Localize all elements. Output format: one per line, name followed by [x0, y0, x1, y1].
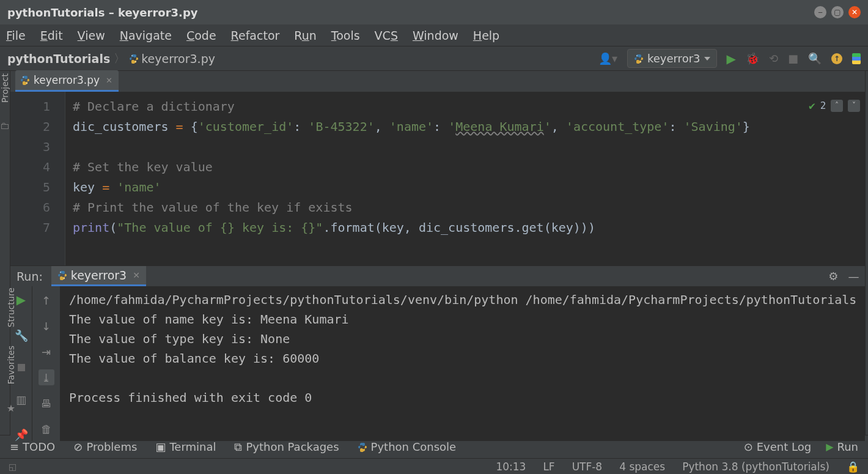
terminal-icon: ▣ [155, 440, 166, 453]
minimize-button[interactable]: ‒ [814, 6, 826, 18]
python-file-icon [20, 75, 30, 85]
menu-file[interactable]: File [6, 29, 26, 42]
run-panel: Run: keyerror3 ✕ ⚙ — ▶ 🔧 ▥ 📌 [10, 265, 865, 435]
run-config-label: keyerror3 [647, 52, 701, 65]
upgrade-icon[interactable]: ↑ [831, 53, 842, 64]
project-tool-button[interactable]: Project [0, 73, 10, 103]
debug-button[interactable]: 🐞 [746, 52, 759, 65]
run-tool-button[interactable]: ▶Run [826, 440, 858, 453]
user-icon[interactable]: 👤▾ [598, 52, 617, 65]
menu-edit[interactable]: Edit [40, 29, 63, 42]
maximize-button[interactable]: ▢ [831, 6, 844, 18]
inspection-widget[interactable]: ✔ 2 ˄ ˅ [809, 95, 860, 116]
gutter-line-numbers: 1 2 3 4 5 6 7 [10, 92, 65, 265]
run-header-actions: ⚙ — [828, 270, 859, 283]
run-panel-title: Run: [17, 270, 43, 283]
search-button[interactable]: 🔍 [808, 52, 822, 65]
editor-tab[interactable]: keyerror3.py ✕ [15, 70, 119, 92]
stop-button[interactable]: ■ [788, 52, 798, 65]
svg-point-2 [636, 55, 638, 56]
python-packages-button[interactable]: ⧉Python Packages [234, 440, 339, 454]
editor-tabs: keyerror3.py ✕ [10, 71, 865, 92]
structure-tool-button[interactable]: Structure [6, 287, 16, 327]
pin-icon[interactable]: 📌 [15, 428, 28, 441]
editor-column: keyerror3.py ✕ 1 2 3 4 5 6 7 # Declare a… [10, 71, 865, 435]
breadcrumb-file[interactable]: keyerror3.py [129, 52, 215, 65]
statusbar: ◱ 10:13 LF UTF-8 4 spaces Python 3.8 (py… [0, 458, 868, 474]
favorites-tool-button[interactable]: Favorites [6, 346, 16, 384]
python-icon [57, 270, 67, 280]
event-log-icon: ⊙ [744, 440, 753, 453]
run-config-selector[interactable]: keyerror3 [627, 49, 717, 68]
lock-icon[interactable]: 🔒 [847, 461, 859, 473]
file-encoding[interactable]: UTF-8 [572, 461, 603, 473]
todo-icon: ≡ [10, 440, 19, 453]
caret-position[interactable]: 10:13 [496, 461, 526, 473]
check-icon: ✔ [809, 95, 815, 116]
menu-help[interactable]: Help [473, 29, 499, 42]
run-tab-label: keyerror3 [71, 268, 127, 282]
up-arrow-icon[interactable]: ↑ [39, 292, 54, 308]
menu-tools[interactable]: Tools [331, 29, 360, 42]
svg-point-0 [131, 55, 133, 56]
breadcrumb-sep: 〉 [114, 51, 125, 67]
menubar: File Edit View Navigate Code Refactor Ru… [0, 24, 868, 46]
tool-windows-icon[interactable]: ◱ [9, 462, 17, 472]
packages-icon: ⧉ [234, 440, 242, 454]
python-icon [358, 442, 367, 452]
settings-icon[interactable]: ⚙ [828, 270, 838, 283]
prev-highlight-button[interactable]: ˄ [831, 100, 843, 112]
editor-tab-label: keyerror3.py [34, 74, 100, 86]
left-toolwindow-bar-lower: Structure Favorites ★ [0, 287, 22, 414]
menu-run[interactable]: Run [294, 29, 316, 42]
python-console-button[interactable]: Python Console [358, 440, 457, 453]
line-separator[interactable]: LF [543, 461, 554, 473]
star-icon[interactable]: ★ [7, 402, 15, 414]
run-tab[interactable]: keyerror3 ✕ [51, 266, 146, 286]
breadcrumb-file-label: keyerror3.py [141, 52, 215, 65]
terminal-button[interactable]: ▣Terminal [155, 440, 216, 453]
python-file-icon [129, 54, 139, 64]
svg-point-3 [640, 61, 641, 62]
next-highlight-button[interactable]: ˅ [848, 100, 860, 112]
svg-point-6 [60, 272, 61, 273]
down-arrow-icon[interactable]: ↓ [39, 318, 54, 334]
python-interpreter[interactable]: Python 3.8 (pythonTutorials) [682, 461, 829, 473]
svg-point-4 [23, 76, 24, 78]
menu-vcs[interactable]: VCS [375, 29, 398, 42]
close-button[interactable]: ✕ [848, 6, 861, 18]
hide-panel-button[interactable]: — [848, 270, 859, 283]
folder-icon[interactable]: 🗀 [0, 120, 10, 131]
menu-window[interactable]: Window [413, 29, 458, 42]
run-toolbar-2: ↑ ↓ ⇥ ⤓ 🖶 🗑 [32, 286, 61, 441]
menu-refactor[interactable]: Refactor [231, 29, 280, 42]
run-body: ▶ 🔧 ▥ 📌 ↑ ↓ ⇥ ⤓ 🖶 🗑 /home/fahmida/Pychar… [10, 286, 865, 441]
code-area[interactable]: # Declare a dictionary dic_customers = {… [65, 92, 865, 265]
menu-code[interactable]: Code [186, 29, 216, 42]
run-output[interactable]: /home/fahmida/PycharmProjects/pythonTuto… [61, 286, 865, 441]
print-icon[interactable]: 🖶 [39, 395, 54, 411]
inspection-count: 2 [820, 95, 826, 116]
svg-point-7 [64, 278, 65, 279]
menu-navigate[interactable]: Navigate [120, 29, 172, 42]
soft-wrap-icon[interactable]: ⇥ [39, 344, 54, 360]
run-tab-close-icon[interactable]: ✕ [133, 270, 140, 280]
scroll-to-end-icon[interactable]: ⤓ [39, 369, 54, 385]
trash-icon[interactable]: 🗑 [39, 421, 54, 437]
todo-button[interactable]: ≡TODO [10, 440, 55, 453]
menu-view[interactable]: View [78, 29, 105, 42]
breadcrumb-project[interactable]: pythonTutorials [7, 52, 110, 65]
problems-button[interactable]: ⊘Problems [73, 440, 137, 453]
event-log-button[interactable]: ⊙Event Log [744, 440, 812, 453]
svg-point-1 [135, 61, 136, 62]
coverage-button[interactable]: ⟲ [769, 52, 778, 65]
indent-setting[interactable]: 4 spaces [619, 461, 665, 473]
run-button[interactable]: ▶ [727, 51, 736, 66]
ide-logo-icon[interactable] [852, 53, 861, 64]
run-panel-header: Run: keyerror3 ✕ ⚙ — [10, 266, 865, 286]
tab-close-icon[interactable]: ✕ [106, 76, 112, 85]
code-editor[interactable]: 1 2 3 4 5 6 7 # Declare a dictionary dic… [10, 92, 865, 265]
titlebar: pythonTutorials – keyerror3.py ‒ ▢ ✕ [0, 0, 868, 24]
main-area: Project 🗀 keyerror3.py ✕ 1 2 3 4 5 6 7 #… [0, 71, 868, 435]
nav-right: 👤▾ keyerror3 ▶ 🐞 ⟲ ■ 🔍 ↑ [598, 49, 861, 68]
